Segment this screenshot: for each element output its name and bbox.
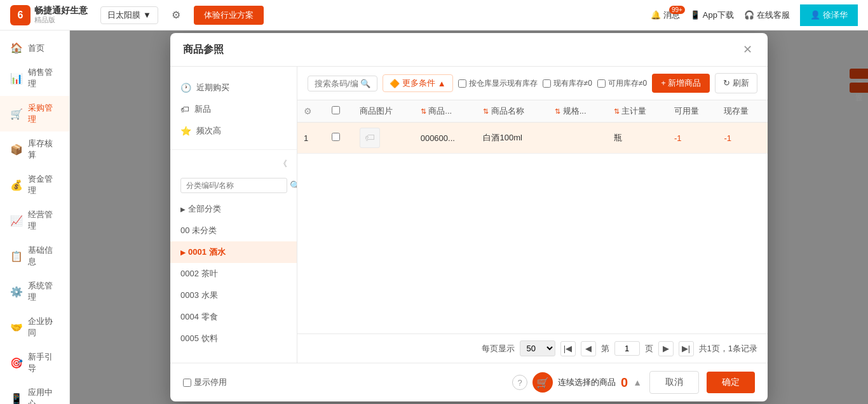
category-search-input[interactable] [180, 178, 287, 193]
sidebar-item-guide[interactable]: 🎯 新手引导 [0, 345, 69, 380]
add-product-btn[interactable]: + 新增商品 [652, 74, 710, 93]
home-icon: 🏠 [10, 42, 23, 54]
product-table: ⚙ 商品图片 [297, 100, 768, 154]
per-page-select[interactable]: 50 100 200 [520, 340, 555, 356]
table-row[interactable]: 1 🏷 000600... [297, 123, 768, 154]
nonzero-stock-checkbox[interactable] [543, 79, 551, 88]
check-warehouse-stock[interactable]: 按仓库显示现有库存 [458, 78, 538, 89]
product-search-bar[interactable]: 🔍 [308, 76, 377, 91]
modal-body: 🕐 近期购买 🏷 新品 ⭐ 频次高 [170, 67, 768, 363]
inventory-icon: 📦 [10, 144, 23, 156]
sort-icon: ⇅ [614, 107, 620, 115]
sidebar-item-inventory[interactable]: 📦 库存核算 [0, 131, 69, 167]
column-settings-icon[interactable]: ⚙ [304, 106, 312, 116]
collapse-panel-btn[interactable]: 《 [276, 158, 289, 170]
app-download-btn[interactable]: 📱 App下载 [690, 10, 734, 21]
sidebar-item-sales[interactable]: 📊 销售管理 [0, 60, 69, 96]
top-nav: 6 畅捷通好生意 精品版 日太阳膜 ▼ ⚙ 体验行业方案 🔔 消息 99+ 📱 … [0, 0, 868, 30]
product-search-input[interactable] [315, 79, 358, 88]
th-spec[interactable]: ⇅ 规格... [548, 100, 607, 123]
recent-purchase-item[interactable]: 🕐 近期购买 [170, 77, 297, 98]
search-icon[interactable]: 🔍 [360, 79, 370, 88]
chevron-up-icon[interactable]: ▲ [633, 377, 642, 387]
th-name[interactable]: ⇅ 商品名称 [477, 100, 548, 123]
select-all-checkbox[interactable] [332, 106, 340, 114]
td-available: -1 [668, 123, 718, 154]
user-area[interactable]: 👤 徐泽华 [800, 4, 858, 26]
sort-icon: ⇅ [483, 107, 489, 115]
cat-item-unclassified[interactable]: 00 未分类 [170, 220, 297, 241]
cat-item-liquor[interactable]: ▶ 0001 酒水 [170, 241, 297, 263]
th-code[interactable]: ⇅ 商品... [414, 100, 477, 123]
sidebar-item-finance[interactable]: 💰 资金管理 [0, 167, 69, 203]
show-disabled-checkbox[interactable] [183, 379, 191, 387]
avatar: 👤 [810, 10, 820, 20]
cat-item-snack[interactable]: 0004 零食 [170, 306, 297, 328]
th-settings[interactable]: ⚙ [297, 100, 325, 123]
prev-page-btn[interactable]: ◀ [581, 341, 596, 356]
last-page-btn[interactable]: ▶| [679, 341, 694, 356]
th-available: 可用量 [668, 100, 718, 123]
next-page-btn[interactable]: ▶ [658, 341, 674, 356]
sidebar-item-system[interactable]: ⚙️ 系统管理 [0, 274, 69, 309]
cancel-btn[interactable]: 取消 [649, 371, 699, 394]
row-checkbox[interactable] [332, 133, 340, 141]
sidebar: 🏠 首页 📊 销售管理 🛒 采购管理 📦 库存核算 💰 资金管理 📈 经营管理 … [0, 30, 70, 404]
sidebar-item-enterprise[interactable]: 🤝 企业协同 [0, 309, 69, 345]
main-content: 查询 设置 商品参照 ✕ 🕐 近期购买 [70, 30, 868, 404]
online-service-btn[interactable]: 🎧 在线客服 [744, 10, 790, 21]
frequent-item[interactable]: ⭐ 频次高 [170, 120, 297, 142]
sidebar-item-basic[interactable]: 📋 基础信息 [0, 238, 69, 274]
purchase-icon: 🛒 [10, 108, 23, 120]
cart-area: ? 🛒 连续选择的商品 0 ▲ [512, 372, 642, 393]
th-checkbox[interactable] [325, 100, 353, 123]
filter-btn[interactable]: 🔶 更多条件 ▲ [383, 74, 453, 92]
cat-item-water[interactable]: 0008 水 [170, 349, 297, 355]
confirm-btn[interactable]: 确定 [707, 372, 755, 393]
notifications-btn[interactable]: 🔔 消息 99+ [651, 10, 680, 21]
clock-icon: 🕐 [180, 83, 191, 93]
recent-section: 🕐 近期购买 🏷 新品 ⭐ 频次高 [170, 74, 297, 144]
page-number-input[interactable] [614, 341, 640, 356]
help-icon[interactable]: ? [512, 375, 527, 390]
first-page-btn[interactable]: |◀ [560, 341, 576, 356]
tag-icon: 🏷 [180, 104, 189, 114]
check-available-nonzero[interactable]: 可用库存≠0 [597, 78, 647, 89]
category-list: ▶ 全部分类 00 未分类 ▶ 0001 酒水 0002 茶 [170, 198, 297, 355]
nav-dropdown[interactable]: 日太阳膜 ▼ [100, 6, 158, 24]
cat-item-beverage[interactable]: 0005 饮料 [170, 328, 297, 349]
td-checkbox[interactable] [325, 123, 353, 154]
gear-icon[interactable]: ⚙ [166, 5, 186, 25]
sidebar-item-purchase[interactable]: 🛒 采购管理 [0, 96, 69, 131]
filter-icon: 🔶 [390, 79, 400, 88]
sidebar-item-operation[interactable]: 📈 经营管理 [0, 203, 69, 238]
new-product-item[interactable]: 🏷 新品 [170, 98, 297, 120]
enterprise-icon: 🤝 [10, 321, 23, 333]
sort-icon: ⇅ [421, 107, 426, 115]
notification-badge: 99+ [669, 6, 685, 14]
show-disabled-check[interactable]: 显示停用 [183, 377, 227, 388]
sidebar-item-home[interactable]: 🏠 首页 [0, 36, 69, 60]
refresh-btn[interactable]: ↻ 刷新 [715, 73, 757, 93]
modal-left-panel: 🕐 近期购买 🏷 新品 ⭐ 频次高 [170, 67, 297, 363]
th-unit[interactable]: ⇅ 主计量 [607, 100, 668, 123]
available-nonzero-checkbox[interactable] [597, 79, 606, 88]
cat-item-tea[interactable]: 0002 茶叶 [170, 263, 297, 285]
td-name: 白酒100ml [477, 123, 548, 154]
category-search-icon[interactable]: 🔍 [290, 180, 297, 191]
modal-footer: 显示停用 ? 🛒 连续选择的商品 0 ▲ 取消 确定 [170, 363, 768, 401]
cart-icon[interactable]: 🛒 [532, 372, 553, 393]
cat-item-fruit[interactable]: 0003 水果 [170, 285, 297, 306]
experience-btn[interactable]: 体验行业方案 [194, 6, 264, 25]
sort-icon: ⇅ [555, 107, 560, 115]
check-nonzero-stock[interactable]: 现有库存≠0 [543, 78, 592, 89]
sidebar-item-apps[interactable]: 📱 应用中心 [0, 380, 69, 404]
cat-item-all[interactable]: ▶ 全部分类 [170, 198, 297, 220]
modal-close-btn[interactable]: ✕ [740, 42, 755, 57]
system-icon: ⚙️ [10, 286, 23, 298]
td-spec [548, 123, 607, 154]
warehouse-stock-checkbox[interactable] [458, 79, 466, 88]
product-table-wrap: ⚙ 商品图片 [297, 100, 768, 333]
logo-text: 畅捷通好生意 [34, 5, 88, 16]
pagination-bar: 每页显示 50 100 200 |◀ ◀ 第 页 ▶ [297, 333, 768, 363]
